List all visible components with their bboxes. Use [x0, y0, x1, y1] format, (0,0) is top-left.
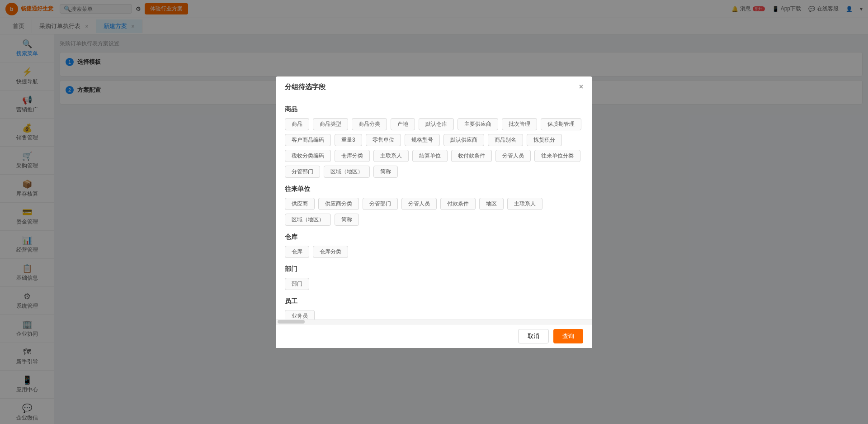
field-tag-goods-5[interactable]: 主要供应商 — [458, 118, 498, 130]
field-tag-goods-0[interactable]: 商品 — [285, 118, 309, 130]
section-goods-title: 商品 — [285, 105, 583, 114]
modal-header: 分组待选字段 × — [276, 76, 592, 98]
field-tag-goods-9[interactable]: 重量3 — [335, 134, 362, 146]
field-tag-goods-22[interactable]: 分管部门 — [285, 166, 320, 178]
field-tag-partner-2[interactable]: 分管部门 — [363, 198, 398, 210]
field-tag-goods-23[interactable]: 区域（地区） — [324, 166, 370, 178]
goods-field-tags: 商品 商品类型 商品分类 产地 默认仓库 主要供应商 批次管理 保质期管理 客户… — [285, 118, 583, 178]
field-tag-goods-16[interactable]: 仓库分类 — [335, 150, 370, 162]
field-tag-partner-7[interactable]: 区域（地区） — [285, 214, 331, 226]
field-tag-goods-15[interactable]: 税收分类编码 — [285, 150, 331, 162]
modal-dialog: 分组待选字段 × 商品 商品 商品类型 商品分类 产地 默认仓库 主要供应商 批… — [276, 76, 592, 348]
field-tag-goods-6[interactable]: 批次管理 — [502, 118, 537, 130]
field-tag-partner-8[interactable]: 简称 — [335, 214, 359, 226]
modal-body: 商品 商品 商品类型 商品分类 产地 默认仓库 主要供应商 批次管理 保质期管理… — [276, 98, 592, 320]
modal-title: 分组待选字段 — [285, 83, 326, 91]
modal-overlay: 分组待选字段 × 商品 商品 商品类型 商品分类 产地 默认仓库 主要供应商 批… — [0, 0, 868, 424]
field-tag-partner-1[interactable]: 供应商分类 — [318, 198, 359, 210]
employee-field-tags: 业务员 — [285, 310, 583, 320]
field-tag-dept-0[interactable]: 部门 — [285, 278, 309, 290]
field-tag-goods-12[interactable]: 默认供应商 — [443, 134, 484, 146]
cancel-button[interactable]: 取消 — [518, 329, 549, 343]
modal-close-button[interactable]: × — [579, 83, 583, 91]
field-tag-goods-21[interactable]: 往来单位分类 — [534, 150, 580, 162]
section-employee: 员工 业务员 — [285, 297, 583, 320]
field-tag-goods-3[interactable]: 产地 — [391, 118, 415, 130]
section-employee-title: 员工 — [285, 297, 583, 305]
section-partner-title: 往来单位 — [285, 185, 583, 193]
section-partner: 往来单位 供应商 供应商分类 分管部门 分管人员 付款条件 地区 主联系人 区域… — [285, 185, 583, 226]
field-tag-partner-6[interactable]: 主联系人 — [507, 198, 542, 210]
field-tag-goods-11[interactable]: 规格型号 — [405, 134, 440, 146]
field-tag-emp-0[interactable]: 业务员 — [285, 310, 315, 320]
field-tag-goods-19[interactable]: 收付款条件 — [451, 150, 492, 162]
section-department: 部门 部门 — [285, 265, 583, 290]
field-tag-warehouse-1[interactable]: 仓库分类 — [313, 246, 348, 258]
modal-footer: 取消 查询 — [276, 324, 592, 348]
section-goods: 商品 商品 商品类型 商品分类 产地 默认仓库 主要供应商 批次管理 保质期管理… — [285, 105, 583, 178]
field-tag-goods-20[interactable]: 分管人员 — [495, 150, 531, 162]
field-tag-goods-7[interactable]: 保质期管理 — [541, 118, 581, 130]
warehouse-field-tags: 仓库 仓库分类 — [285, 246, 583, 258]
field-tag-goods-1[interactable]: 商品类型 — [313, 118, 348, 130]
field-tag-partner-5[interactable]: 地区 — [479, 198, 504, 210]
field-tag-goods-14[interactable]: 拣货积分 — [527, 134, 562, 146]
department-field-tags: 部门 — [285, 278, 583, 290]
section-warehouse: 仓库 仓库 仓库分类 — [285, 233, 583, 258]
field-tag-warehouse-0[interactable]: 仓库 — [285, 246, 309, 258]
field-tag-partner-3[interactable]: 分管人员 — [401, 198, 437, 210]
field-tag-goods-13[interactable]: 商品别名 — [488, 134, 523, 146]
hscroll-thumb[interactable] — [278, 320, 305, 324]
field-tag-goods-18[interactable]: 结算单位 — [412, 150, 448, 162]
field-tag-goods-2[interactable]: 商品分类 — [352, 118, 387, 130]
field-tag-goods-10[interactable]: 零售单位 — [366, 134, 401, 146]
field-tag-goods-8[interactable]: 客户商品编码 — [285, 134, 331, 146]
field-tag-goods-17[interactable]: 主联系人 — [373, 150, 409, 162]
modal-hscrollbar[interactable] — [276, 319, 592, 324]
partner-field-tags: 供应商 供应商分类 分管部门 分管人员 付款条件 地区 主联系人 区域（地区） … — [285, 198, 583, 226]
field-tag-partner-4[interactable]: 付款条件 — [440, 198, 476, 210]
field-tag-goods-4[interactable]: 默认仓库 — [419, 118, 454, 130]
field-tag-partner-0[interactable]: 供应商 — [285, 198, 315, 210]
confirm-button[interactable]: 查询 — [553, 329, 583, 343]
field-tag-goods-24[interactable]: 简称 — [373, 166, 398, 178]
section-department-title: 部门 — [285, 265, 583, 273]
section-warehouse-title: 仓库 — [285, 233, 583, 241]
